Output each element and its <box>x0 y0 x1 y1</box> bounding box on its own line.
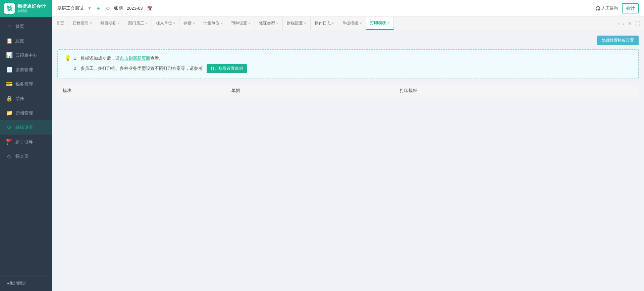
tab-label: 部门员工 <box>128 20 144 26</box>
tab-close-icon[interactable]: × <box>118 21 120 25</box>
logo-icon: 畅 <box>4 3 15 14</box>
info-row-2: 💡 2、多员工、多打印机、多种业务类型设置不同打印方案等，请参考 打印场景设置说… <box>64 64 632 73</box>
customer-service-button[interactable]: 🎧 人工咨询 <box>595 5 618 11</box>
member-icon: ◇ <box>6 153 12 159</box>
company-dropdown-icon[interactable]: ▼ <box>88 6 92 11</box>
sidebar-logo: 畅 畅捷通好会计 旗舰版 <box>0 0 52 17</box>
tab-close-icon[interactable]: × <box>146 21 148 25</box>
sidebar-item-label: 新手引导 <box>15 139 33 145</box>
tab-label: 归档管理 <box>72 20 89 26</box>
add-tab-button[interactable]: ＋ <box>96 4 102 12</box>
logo-text: 畅捷通好会计 旗舰版 <box>17 3 46 14</box>
tab-tax_settings[interactable]: 财税设置× <box>283 17 311 30</box>
home-icon: ⌂ <box>6 23 12 30</box>
sidebar-item-label: 税务管理 <box>15 81 33 87</box>
tab-close-icon[interactable]: × <box>193 21 195 25</box>
sidebar-item-label: 归档管理 <box>15 110 33 116</box>
tab-unit[interactable]: 计量单位× <box>199 17 227 30</box>
topbar: 基层工会测试 ▼ ＋ ⚙ 账期 2023-03 📅 🎧 人工咨询 会计 <box>52 0 644 17</box>
tab-label: 财税设置 <box>287 20 303 26</box>
info-box: 💡 1、模板添加成功后，请点击刷新新页面查看。 💡 2、多员工、多打印机、多种业… <box>57 49 639 79</box>
unpin-footer[interactable]: ◄取消固定 <box>0 276 52 291</box>
bulb-icon: 💡 <box>64 55 71 61</box>
tab-close-icon[interactable]: × <box>332 21 334 25</box>
content-area: 隐藏预置模板设置 💡 1、模板添加成功后，请点击刷新新页面查看。 💡 2、多员工… <box>52 30 644 103</box>
period-label: 账期 <box>114 5 123 11</box>
archive-icon: 📁 <box>6 110 12 116</box>
tab-label: 计量单位 <box>203 20 219 26</box>
tab-label: 打印模板 <box>370 20 386 26</box>
sidebar-item-reports[interactable]: 📊云报表中心 <box>0 48 52 62</box>
tab-close-icon[interactable]: × <box>360 21 362 25</box>
tab-voucher_type[interactable]: 凭证类型× <box>255 17 283 30</box>
tab-close-icon[interactable]: × <box>90 21 92 25</box>
print-template-table: 模块单据打印模板 <box>57 84 639 97</box>
tab-label: 凭证类型 <box>259 20 275 26</box>
tab-fullscreen-button[interactable]: ⛶ <box>634 20 641 27</box>
sidebar-item-label: 发票管理 <box>15 67 33 73</box>
tab-close-icon[interactable]: × <box>249 21 251 25</box>
tab-close-icon[interactable]: × <box>387 21 389 25</box>
tab-operation_log[interactable]: 操作日志× <box>311 17 338 30</box>
tab-next-button[interactable]: › <box>622 20 626 27</box>
tab-label: 首页 <box>56 20 64 26</box>
accountant-button[interactable]: 会计 <box>622 3 639 13</box>
settings-icon: ⚙ <box>6 124 12 131</box>
tab-close-icon[interactable]: × <box>221 21 223 25</box>
tab-label: 操作日志 <box>315 20 331 26</box>
tab-archive[interactable]: 归档管理× <box>68 17 96 30</box>
tab-currency[interactable]: 币种设置× <box>227 17 255 30</box>
table-header-单据: 单据 <box>226 84 395 97</box>
tab-subjects[interactable]: 科目期初× <box>96 17 124 30</box>
sidebar-item-guide[interactable]: 🚩新手引导 <box>0 135 52 149</box>
sidebar-item-home[interactable]: ⌂首页 <box>0 19 52 34</box>
tab-close-all-button[interactable]: ✕ <box>627 20 633 27</box>
hide-preview-button[interactable]: 隐藏预置模板设置 <box>597 36 639 45</box>
tab-nav: ‹ › ✕ ⛶ <box>614 17 644 30</box>
info-text-1: 1、模板添加成功后，请点击刷新新页面查看。 <box>74 55 163 62</box>
tab-department[interactable]: 部门员工× <box>124 17 152 30</box>
sidebar: 畅 畅捷通好会计 旗舰版 ⌂首页📋总账📊云报表中心🧾发票管理💳税务管理🔒结账📁归… <box>0 0 52 291</box>
tab-partner[interactable]: 往来单位× <box>152 17 180 30</box>
sidebar-item-label: 总账 <box>15 38 24 44</box>
tax-icon: 💳 <box>6 81 12 87</box>
sidebar-item-settings[interactable]: ⚙基础设置 <box>0 120 52 135</box>
sidebar-item-invoice[interactable]: 🧾发票管理 <box>0 62 52 77</box>
sidebar-item-label: 首页 <box>15 23 24 30</box>
tab-single_template[interactable]: 单据模板× <box>338 17 366 30</box>
company-name: 基层工会测试 <box>57 5 84 11</box>
sidebar-item-tax[interactable]: 💳税务管理 <box>0 77 52 91</box>
main-area: 基层工会测试 ▼ ＋ ⚙ 账期 2023-03 📅 🎧 人工咨询 会计 首页归档… <box>52 0 644 291</box>
sidebar-item-label: 云报表中心 <box>15 52 37 58</box>
sidebar-item-closing[interactable]: 🔒结账 <box>0 91 52 106</box>
sidebar-item-label: 基础设置 <box>15 125 33 131</box>
table-header-row: 模块单据打印模板 <box>57 84 639 97</box>
tab-close-icon[interactable]: × <box>276 21 278 25</box>
sidebar-item-archive[interactable]: 📁归档管理 <box>0 106 52 120</box>
tab-close-icon[interactable]: × <box>304 21 306 25</box>
tab-prev-button[interactable]: ‹ <box>617 20 621 27</box>
tab-close-icon[interactable]: × <box>173 21 175 25</box>
refresh-link[interactable]: 点击刷新新页面 <box>120 56 150 61</box>
settings-icon[interactable]: ⚙ <box>106 5 110 11</box>
invoice-icon: 🧾 <box>6 66 12 73</box>
info-text-2: 2、多员工、多打印机、多种业务类型设置不同打印方案等，请参考 打印场景设置说明 <box>74 64 247 73</box>
sidebar-item-member[interactable]: ◇畅会员 <box>0 149 52 163</box>
topbar-right: 🎧 人工咨询 会计 <box>595 3 639 13</box>
guide-icon: 🚩 <box>6 139 12 145</box>
table-header-模块: 模块 <box>57 84 226 97</box>
print-scene-button[interactable]: 打印场景设置说明 <box>207 64 247 73</box>
period-value: 2023-03 <box>127 6 143 11</box>
sidebar-item-ledger[interactable]: 📋总账 <box>0 34 52 48</box>
tab-label: 存货 <box>183 20 192 26</box>
hide-preview-section: 隐藏预置模板设置 <box>57 36 639 45</box>
tab-home[interactable]: 首页 <box>52 17 68 30</box>
ledger-icon: 📋 <box>6 38 12 44</box>
sidebar-item-label: 畅会员 <box>15 153 29 159</box>
tab-label: 往来单位 <box>156 20 172 26</box>
calendar-icon[interactable]: 📅 <box>147 6 153 11</box>
sidebar-item-label: 结账 <box>15 96 24 102</box>
tab-label: 单据模板 <box>342 20 358 26</box>
tab-print_template[interactable]: 打印模板× <box>366 17 394 30</box>
tab-inventory[interactable]: 存货× <box>179 17 199 30</box>
